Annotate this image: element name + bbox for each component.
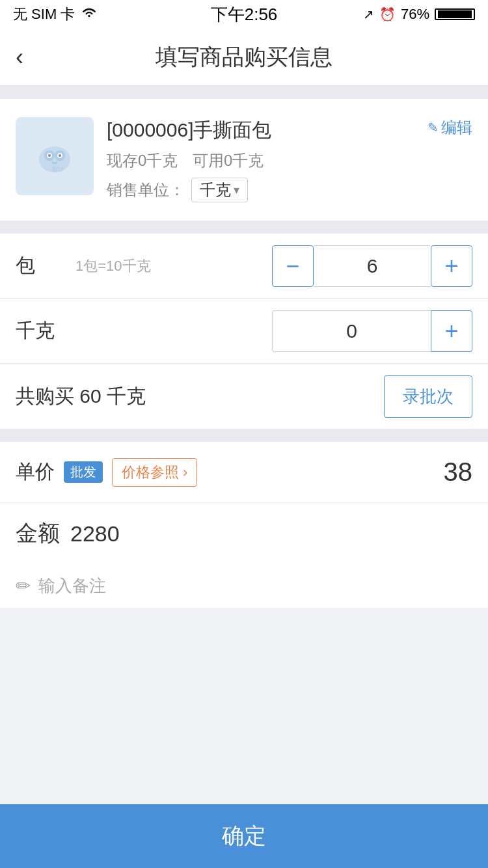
record-batch-button[interactable]: 录批次 xyxy=(384,375,472,418)
back-button[interactable]: ‹ xyxy=(16,44,23,71)
total-label: 共购买 60 千克 xyxy=(16,383,146,410)
total-row: 共购买 60 千克 录批次 xyxy=(0,364,488,429)
kg-plus-button[interactable]: + xyxy=(431,310,472,352)
carrier-text: 无 SIM 卡 xyxy=(13,5,75,24)
battery-icon xyxy=(435,8,475,20)
bao-qty-control: − + xyxy=(272,245,472,287)
kg-label: 千克 xyxy=(16,318,68,344)
product-unit-row: 销售单位： 千克 ▾ xyxy=(107,178,472,202)
batch-tag: 批发 xyxy=(64,461,103,483)
product-thumbnail: 智计 xyxy=(16,117,94,195)
nav-bar: ‹ 填写商品购买信息 xyxy=(0,29,488,86)
amount-section: 金额 2280 ✏ 输入备注 xyxy=(0,502,488,608)
product-stock: 现存0千克 可用0千克 xyxy=(107,150,472,171)
confirm-bar[interactable]: 确定 xyxy=(0,804,488,868)
price-section: 单价 批发 价格参照 › 38 xyxy=(0,442,488,502)
note-placeholder: 输入备注 xyxy=(38,575,106,597)
location-icon: ↗ xyxy=(363,7,374,22)
note-icon: ✏ xyxy=(16,575,31,597)
price-left: 单价 批发 价格参照 › xyxy=(16,458,197,487)
price-label: 单价 xyxy=(16,459,55,485)
product-logo-icon: 智计 xyxy=(35,140,74,172)
status-left: 无 SIM 卡 xyxy=(13,5,98,24)
nav-divider xyxy=(0,86,488,99)
empty-space xyxy=(0,608,488,738)
bao-qty-input[interactable] xyxy=(314,245,431,287)
product-name: [0000006]手撕面包 xyxy=(107,117,472,144)
confirm-button-label: 确定 xyxy=(222,821,266,851)
bao-plus-button[interactable]: + xyxy=(431,245,472,287)
amount-value: 2280 xyxy=(70,521,120,547)
edit-icon: ✎ xyxy=(427,120,439,135)
note-row[interactable]: ✏ 输入备注 xyxy=(0,564,488,608)
input-section: 包 1包=10千克 − + 千克 + xyxy=(0,234,488,364)
amount-row: 金额 2280 xyxy=(0,503,488,564)
kg-row: 千克 + xyxy=(0,299,488,364)
svg-point-5 xyxy=(48,154,51,157)
product-card: 智计 [0000006]手撕面包 现存0千克 可用0千克 销售单位： 千克 ▾ … xyxy=(0,99,488,221)
bao-minus-button[interactable]: − xyxy=(272,245,314,287)
svg-text:智计: 智计 xyxy=(52,166,64,172)
edit-button[interactable]: ✎ 编辑 xyxy=(427,117,472,138)
bao-label: 包 xyxy=(16,252,68,279)
bao-row: 包 1包=10千克 − + xyxy=(0,234,488,299)
wifi-icon xyxy=(80,6,98,23)
battery-text: 76% xyxy=(401,6,429,23)
svg-point-6 xyxy=(59,154,61,157)
price-ref-button[interactable]: 价格参照 › xyxy=(112,458,197,487)
alarm-icon: ⏰ xyxy=(379,7,396,22)
status-bar: 无 SIM 卡 下午2:56 ↗ ⏰ 76% xyxy=(0,0,488,29)
amount-label: 金额 xyxy=(16,519,60,549)
kg-qty-control: + xyxy=(272,310,472,352)
section-divider-1 xyxy=(0,221,488,234)
page-title: 填写商品购买信息 xyxy=(156,42,332,72)
status-time: 下午2:56 xyxy=(211,3,278,26)
section-divider-2 xyxy=(0,429,488,442)
bao-hint: 1包=10千克 xyxy=(75,256,272,276)
product-info: [0000006]手撕面包 现存0千克 可用0千克 销售单位： 千克 ▾ xyxy=(107,117,472,202)
unit-select[interactable]: 千克 ▾ xyxy=(191,178,248,202)
price-value: 38 xyxy=(444,457,473,487)
status-right: ↗ ⏰ 76% xyxy=(363,6,475,23)
kg-qty-input[interactable] xyxy=(272,310,431,352)
chevron-down-icon: ▾ xyxy=(234,183,239,197)
